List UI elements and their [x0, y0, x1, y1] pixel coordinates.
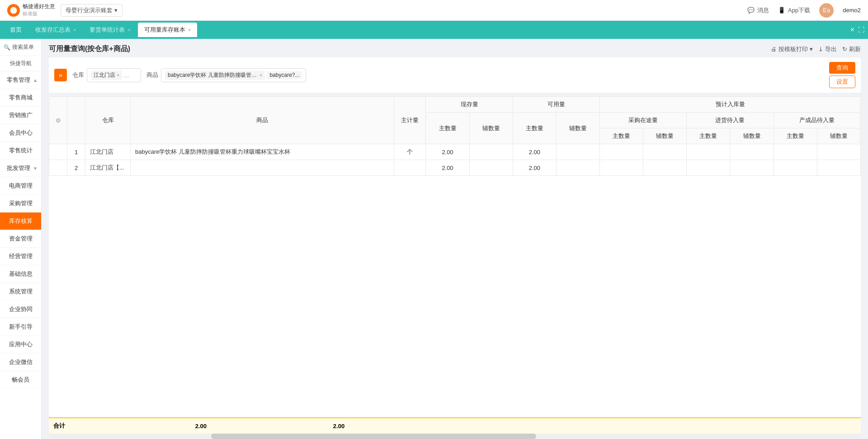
th-settings[interactable]: ⚙: [49, 97, 67, 144]
close-all-icon: ×: [850, 26, 854, 34]
sidebar-item-wechat[interactable]: 企业微信: [0, 354, 41, 371]
sidebar-item-guide[interactable]: 新手引导: [0, 318, 41, 336]
sidebar-search-label: 搜索菜单: [12, 43, 34, 51]
scrollbar-thumb[interactable]: [211, 434, 536, 439]
nav-tabs: 首页 收发存汇总表 × 要货单统计表 × 可用量库存账本 × × ⛶: [0, 21, 868, 39]
sidebar-item-enterprise[interactable]: 企业协同: [0, 301, 41, 318]
sidebar-enterprise-label: 企业协同: [4, 305, 38, 313]
product-label: 商品: [146, 71, 158, 79]
tab-yaohuo-close[interactable]: ×: [127, 27, 130, 33]
refresh-icon: ↻: [842, 46, 847, 52]
scrollbar-area[interactable]: [49, 434, 861, 439]
industry-selector[interactable]: 母婴行业演示账套 ▾: [61, 4, 123, 17]
warehouse-more[interactable]: ...: [124, 72, 129, 79]
query-btn[interactable]: 查询: [829, 62, 855, 74]
sidebar-item-marketing[interactable]: 营销推广: [0, 107, 41, 124]
sidebar-item-inventory[interactable]: 库存核算: [0, 212, 41, 230]
app-icon: 📱: [778, 7, 785, 14]
sidebar-item-wholesale[interactable]: 批发管理 ▼: [0, 160, 41, 177]
logo-area: 畅捷通好生意 标准版: [7, 3, 55, 17]
th-incoming-main: 主数量: [687, 128, 730, 144]
sidebar-item-retail-mgmt[interactable]: 零售管理 ▲: [0, 71, 41, 89]
sidebar-item-finance[interactable]: 资金管理: [0, 230, 41, 248]
warehouse-input[interactable]: 江北门店 × ...: [87, 68, 141, 82]
th-warehouse: 仓库: [85, 97, 131, 144]
sidebar-system-label: 系统管理: [4, 288, 38, 296]
nav-close-all[interactable]: × ⛶: [850, 26, 864, 34]
th-production-main: 主数量: [774, 128, 817, 144]
sidebar-marketing-label: 营销推广: [4, 111, 38, 119]
th-avail-main: 主数量: [513, 113, 556, 144]
tab-shoufa[interactable]: 收发存汇总表 ×: [29, 23, 82, 37]
message-btn[interactable]: 💬 消息: [747, 6, 769, 14]
sidebar-item-apps[interactable]: 应用中心: [0, 336, 41, 354]
top-bar: 畅捷通好生意 标准版 母婴行业演示账套 ▾ 💬 消息 📱 App下载 Ea de…: [0, 0, 868, 21]
th-product: 商品: [131, 97, 394, 144]
sidebar-item-operations[interactable]: 经营管理: [0, 248, 41, 265]
cell-production-main-0: [774, 144, 817, 160]
table-scroll[interactable]: ⚙ 仓库 商品 主计量 现存量 可用量 预计入库量 主数量 辅数: [49, 96, 861, 417]
tab-home[interactable]: 首页: [4, 23, 28, 37]
sidebar-inventory-label: 库存核算: [4, 217, 38, 225]
cell-product-0: babycare学饮杯 儿童防摔防撞吸管杯重力球吸嘴杯宝宝水杯: [131, 144, 394, 160]
sidebar-item-member[interactable]: 会员中心: [0, 124, 41, 142]
product-tag2: babycare?...: [267, 71, 302, 79]
warehouse-tag: 江北门店 ×: [91, 71, 122, 80]
tab-yaohuo-label: 要货单统计表: [90, 26, 125, 34]
refresh-btn[interactable]: ↻ 刷新: [842, 45, 861, 53]
product-tag1-close[interactable]: ×: [259, 72, 262, 78]
print-btn[interactable]: 🖨 按模板打印 ▾: [771, 45, 813, 53]
tab-keyongliang[interactable]: 可用量库存账本 ×: [138, 23, 197, 37]
product-filter: 商品 babycare学饮杯 儿童防摔防撞吸管杯重力球吸嘴杯宝宝水杯 × bab…: [146, 68, 306, 82]
sidebar-item-system[interactable]: 系统管理: [0, 283, 41, 301]
sidebar-item-basic-info[interactable]: 基础信息: [0, 265, 41, 283]
sidebar-retail-mall-label: 零售商城: [4, 94, 38, 102]
message-icon: 💬: [747, 7, 755, 14]
th-purchase-aux: 辅数量: [643, 128, 687, 144]
cell-stock-aux-1: [469, 160, 513, 176]
cell-product-1: [131, 160, 394, 176]
tab-keyongliang-close[interactable]: ×: [188, 27, 191, 33]
th-incoming-aux: 辅数量: [730, 128, 774, 144]
page-header: 可用量查询(按仓库+商品) 🖨 按模板打印 ▾ ⤓ 导出 ↻ 刷新: [42, 39, 868, 54]
th-incoming-pending: 进货待入量: [687, 113, 774, 128]
sidebar-quick-nav[interactable]: 快捷导航: [0, 56, 41, 71]
footer-stock-aux: [236, 423, 305, 430]
sidebar-basic-label: 基础信息: [4, 270, 38, 278]
top-bar-right: 💬 消息 📱 App下载 Ea demo2: [747, 3, 861, 18]
sidebar-item-retail-stats[interactable]: 零售统计: [0, 142, 41, 160]
cell-purchase-main-1: [600, 160, 643, 176]
tab-yaohuo[interactable]: 要货单统计表 ×: [83, 23, 137, 37]
cell-purchase-main-0: [600, 144, 643, 160]
cell-stock-aux-0: [469, 144, 513, 160]
tab-keyongliang-label: 可用量库存账本: [144, 26, 185, 34]
username-label: demo2: [843, 7, 861, 14]
sidebar-guide-label: 新手引导: [4, 323, 38, 331]
filter-toggle-btn[interactable]: »: [54, 69, 67, 81]
cell-incoming-aux-1: [730, 160, 774, 176]
sidebar-search[interactable]: 🔍 搜索菜单: [0, 39, 41, 56]
industry-label: 母婴行业演示账套: [66, 6, 113, 14]
settings-btn[interactable]: 设置: [829, 76, 855, 88]
sidebar-retail-stats-label: 零售统计: [4, 146, 38, 155]
export-btn[interactable]: ⤓ 导出: [818, 45, 837, 53]
sidebar: 🔍 搜索菜单 快捷导航 零售管理 ▲ 零售商城 营销推广 会员中心 零售统计 批…: [0, 39, 42, 439]
sidebar-item-retail-mall[interactable]: 零售商城: [0, 89, 41, 107]
warehouse-tag-text: 江北门店: [94, 71, 115, 79]
sidebar-wholesale-label: 批发管理: [4, 164, 33, 172]
print-label: 按模板打印: [778, 45, 808, 53]
cell-stock-main-1: 2.00: [426, 160, 469, 176]
th-production-aux: 辅数量: [817, 128, 860, 144]
sidebar-item-member2[interactable]: 畅会员: [0, 371, 41, 389]
table-area: ⚙ 仓库 商品 主计量 现存量 可用量 预计入库量 主数量 辅数: [49, 96, 861, 417]
app-download-btn[interactable]: 📱 App下载: [778, 6, 810, 14]
sidebar-item-ecommerce[interactable]: 电商管理: [0, 177, 41, 195]
refresh-label: 刷新: [849, 45, 861, 53]
product-input[interactable]: babycare学饮杯 儿童防摔防撞吸管杯重力球吸嘴杯宝宝水杯 × babyca…: [161, 68, 306, 82]
sidebar-purchase-label: 采购管理: [4, 199, 38, 208]
th-available: 可用量: [513, 97, 599, 113]
avatar[interactable]: Ea: [819, 3, 834, 18]
tab-shoufa-close[interactable]: ×: [73, 27, 76, 33]
warehouse-tag-close[interactable]: ×: [117, 72, 119, 78]
sidebar-item-purchase[interactable]: 采购管理: [0, 195, 41, 212]
